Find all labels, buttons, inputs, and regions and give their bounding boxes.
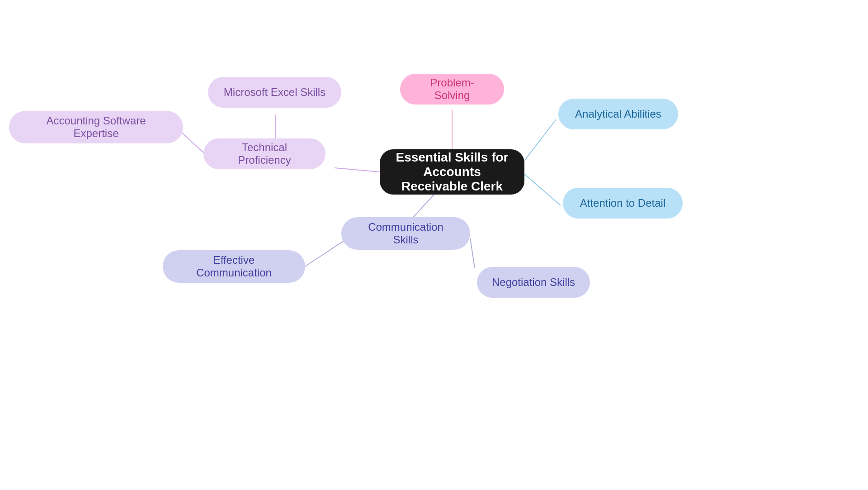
svg-line-5 bbox=[524, 174, 561, 205]
center-node[interactable]: Essential Skills for Accounts Receivable… bbox=[380, 149, 524, 195]
effective-communication-node[interactable]: Effective Communication bbox=[163, 250, 305, 283]
communication-skills-node[interactable]: Communication Skills bbox=[341, 217, 470, 250]
svg-line-8 bbox=[470, 238, 475, 268]
accounting-software-node[interactable]: Accounting Software Expertise bbox=[9, 111, 183, 143]
microsoft-excel-node[interactable]: Microsoft Excel Skills bbox=[208, 77, 341, 108]
mind-map: Essential Skills for Accounts Receivable… bbox=[0, 0, 868, 490]
technical-proficiency-node[interactable]: Technical Proficiency bbox=[203, 138, 326, 169]
attention-to-detail-node[interactable]: Attention to Detail bbox=[563, 188, 683, 219]
svg-line-0 bbox=[335, 168, 380, 172]
problem-solving-node[interactable]: Problem-Solving bbox=[400, 74, 504, 105]
analytical-abilities-node[interactable]: Analytical Abilities bbox=[558, 99, 678, 129]
svg-line-4 bbox=[524, 119, 556, 161]
negotiation-skills-node[interactable]: Negotiation Skills bbox=[477, 267, 590, 298]
svg-line-7 bbox=[303, 238, 348, 268]
